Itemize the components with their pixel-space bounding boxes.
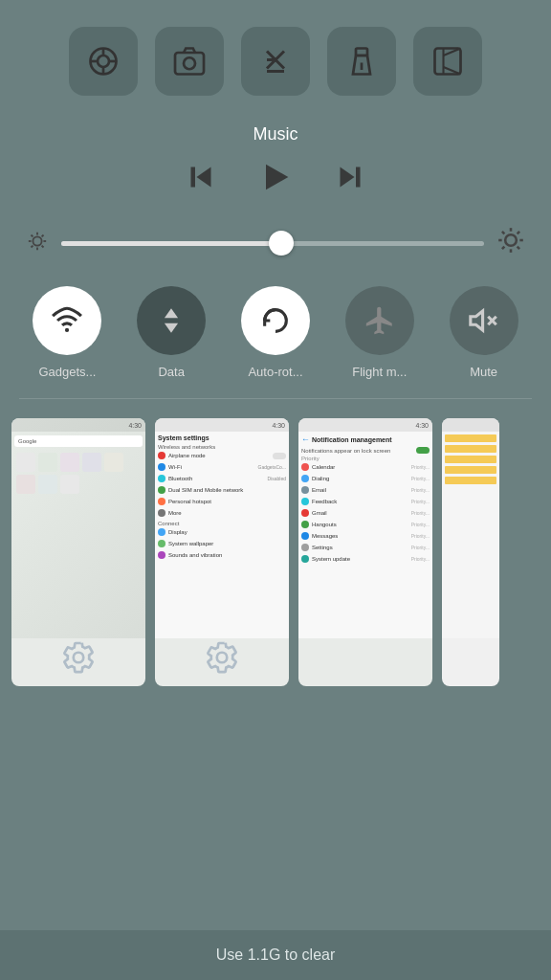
svg-point-1 bbox=[98, 56, 109, 67]
svg-rect-17 bbox=[191, 167, 196, 188]
prev-button[interactable] bbox=[184, 160, 218, 198]
recent-app-settings[interactable]: 4:30 System settings Wireless and networ… bbox=[155, 418, 289, 686]
next-button[interactable] bbox=[333, 160, 367, 198]
flight-toggle[interactable]: Flight m... bbox=[337, 286, 423, 379]
svg-marker-18 bbox=[266, 165, 288, 190]
toggles-row: Gadgets... Data Auto-rot... Flig bbox=[0, 269, 551, 387]
quick-icons-row bbox=[0, 0, 551, 115]
music-section: Music bbox=[0, 115, 551, 217]
svg-marker-40 bbox=[470, 311, 482, 330]
brightness-dim-icon bbox=[27, 231, 48, 256]
data-circle bbox=[137, 286, 206, 355]
home-gear bbox=[61, 640, 96, 679]
svg-line-38 bbox=[518, 232, 519, 234]
clear-memory-label[interactable]: Use 1.1G to clear bbox=[216, 947, 336, 964]
flashlight-icon-btn[interactable] bbox=[327, 27, 396, 96]
autorotate-circle bbox=[241, 286, 310, 355]
calculator-icon bbox=[258, 44, 293, 78]
svg-rect-6 bbox=[175, 53, 204, 75]
svg-marker-16 bbox=[197, 167, 211, 188]
data-toggle[interactable]: Data bbox=[128, 286, 214, 379]
recent-apps-row: 4:30 Google bbox=[0, 411, 551, 690]
data-label: Data bbox=[158, 365, 184, 379]
flashlight-icon bbox=[344, 44, 379, 78]
svg-point-39 bbox=[65, 328, 69, 332]
svg-line-37 bbox=[502, 247, 504, 249]
bottom-bar: Use 1.1G to clear bbox=[0, 930, 551, 980]
svg-marker-19 bbox=[341, 167, 355, 188]
wifi-label: Gadgets... bbox=[38, 365, 96, 379]
scissors-icon-btn[interactable] bbox=[413, 27, 482, 96]
svg-point-7 bbox=[184, 57, 195, 69]
divider bbox=[19, 398, 532, 399]
brightness-row bbox=[0, 217, 551, 269]
flight-circle bbox=[345, 286, 414, 355]
svg-rect-20 bbox=[356, 167, 361, 188]
app-preview-settings: 4:30 System settings Wireless and networ… bbox=[155, 418, 289, 638]
calculator-icon-btn[interactable] bbox=[241, 27, 310, 96]
svg-point-30 bbox=[505, 234, 517, 246]
slider-thumb[interactable] bbox=[269, 231, 294, 256]
music-label: Music bbox=[253, 124, 298, 145]
flight-label: Flight m... bbox=[352, 365, 407, 379]
camera-icon-btn[interactable] bbox=[155, 27, 224, 96]
svg-line-29 bbox=[42, 234, 44, 236]
svg-point-21 bbox=[33, 236, 41, 245]
autorotate-toggle[interactable]: Auto-rot... bbox=[232, 286, 319, 379]
wifi-circle bbox=[33, 286, 101, 355]
app-preview-extra bbox=[442, 418, 499, 638]
svg-line-28 bbox=[31, 246, 33, 248]
svg-line-35 bbox=[502, 232, 504, 234]
scissors-icon bbox=[430, 44, 465, 78]
recent-app-home[interactable]: 4:30 Google bbox=[11, 418, 145, 686]
svg-line-36 bbox=[518, 247, 519, 249]
brightness-bright-icon bbox=[497, 227, 524, 259]
camera-icon bbox=[172, 44, 207, 78]
app-preview-home: 4:30 Google bbox=[11, 418, 145, 638]
mute-label: Mute bbox=[470, 365, 497, 379]
brightness-slider[interactable] bbox=[61, 241, 484, 246]
recent-app-extra[interactable] bbox=[442, 418, 499, 686]
gamepad-icon bbox=[86, 44, 121, 78]
music-controls bbox=[184, 158, 367, 200]
svg-line-26 bbox=[31, 234, 33, 236]
svg-line-27 bbox=[42, 246, 44, 248]
gamepad-icon-btn[interactable] bbox=[69, 27, 138, 96]
play-button[interactable] bbox=[256, 158, 295, 200]
slider-fill bbox=[61, 241, 281, 246]
mute-circle bbox=[450, 286, 518, 355]
app-preview-notifications: 4:30 ← Notification management Notificat… bbox=[298, 418, 432, 638]
svg-rect-14 bbox=[435, 49, 461, 75]
wifi-toggle[interactable]: Gadgets... bbox=[24, 286, 110, 379]
recent-app-notifications[interactable]: 4:30 ← Notification management Notificat… bbox=[298, 418, 432, 686]
settings-gear bbox=[205, 640, 239, 679]
mute-toggle[interactable]: Mute bbox=[441, 286, 527, 379]
autorotate-label: Auto-rot... bbox=[248, 365, 302, 379]
